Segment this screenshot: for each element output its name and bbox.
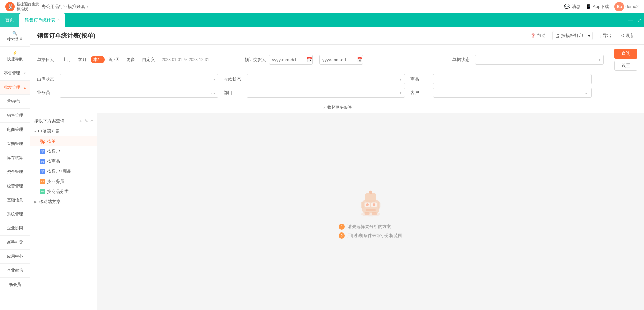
message-action[interactable]: 💬 消息: [564, 4, 580, 10]
sidebar-item-basic[interactable]: 基础信息: [0, 193, 30, 207]
sidebar-item-search[interactable]: 🔍 搜索菜单: [0, 27, 30, 47]
settings-button[interactable]: 设置: [614, 61, 637, 71]
sidebar-item-finance[interactable]: 资金管理: [0, 165, 30, 179]
goods-select-dots: ···: [585, 76, 589, 82]
empty-hint-2: 2 用[过滤]条件来缩小分析范围: [339, 232, 402, 239]
workspace-selector[interactable]: 办公用品行业模拟账套 ▾: [42, 4, 89, 10]
sidebar-item-ecommerce[interactable]: 电商管理: [0, 123, 30, 137]
date-shortcut-last-month[interactable]: 上月: [60, 56, 74, 63]
sidebar-item-marketing[interactable]: 营销推广: [0, 95, 30, 109]
print-icon: 🖨: [555, 33, 560, 38]
sidebar-item-inventory[interactable]: 库存核算: [0, 151, 30, 165]
filter-panel: 单据日期 上月 本月 本年 近7天 更多 自定义 2023-01-01 至 20…: [30, 45, 644, 102]
scheme-item-by-cust-goods[interactable]: 客 按客户+商品: [30, 166, 97, 176]
date-shortcut-this-year[interactable]: 本年: [91, 56, 105, 63]
scheme-collapse-icon[interactable]: «: [90, 118, 93, 124]
sidebar-item-quick-nav[interactable]: ⚡ 快捷导航: [0, 47, 30, 66]
customer-select[interactable]: ···: [433, 88, 592, 98]
scheme-item-by-salesperson[interactable]: 业 按业务员: [30, 176, 97, 187]
scheme-header: 按以下方案查询 + ✎ «: [30, 116, 97, 126]
logo-area: 🐰 畅捷通好生意 标准版: [5, 2, 39, 11]
sidebar-item-wechat[interactable]: 企业微信: [0, 264, 30, 278]
sidebar-item-guide[interactable]: 新手引导: [0, 236, 30, 250]
department-select[interactable]: ▾: [247, 88, 405, 98]
status-select[interactable]: ▾: [475, 55, 604, 65]
scheme-add-icon[interactable]: +: [79, 118, 82, 124]
query-button[interactable]: 查询: [614, 49, 637, 59]
refresh-button[interactable]: ↺ 刷新: [618, 31, 637, 40]
expected-date-group: 预计交货期 📅 — 📅: [245, 55, 447, 65]
scheme-category-pc-header[interactable]: ▾ 电脑端方案: [30, 126, 97, 136]
scheme-sidebar: 按以下方案查询 + ✎ « ▾ 电脑端方案 按 按单: [30, 113, 97, 310]
logo-icon: 🐰: [5, 2, 15, 11]
scheme-item-by-order[interactable]: 按 按单: [30, 136, 97, 146]
export-button[interactable]: ↓ 导出: [597, 31, 614, 40]
page-header-actions: ❓ 帮助 🖨 按模板打印 ▾ ↓ 导出 ↺ 刷新: [528, 31, 638, 40]
date-shortcuts: 上月 本月 本年 近7天 更多 自定义: [60, 56, 158, 63]
sidebar-item-apps[interactable]: 应用中心: [0, 250, 30, 264]
date-shortcut-custom[interactable]: 自定义: [139, 56, 158, 63]
scheme-item-by-cust-goods-icon: 客: [40, 169, 45, 174]
date-filter-label: 单据日期: [37, 57, 57, 63]
expected-date-start[interactable]: [269, 55, 313, 65]
collapse-bar[interactable]: ∧ 收起更多条件: [30, 102, 644, 113]
scheme-item-by-category[interactable]: 分 按商品分类: [30, 187, 97, 197]
date-shortcut-last7[interactable]: 近7天: [106, 56, 122, 63]
sidebar-item-member[interactable]: 畅会员: [0, 278, 30, 292]
sidebar-item-enterprise[interactable]: 企业协同: [0, 221, 30, 236]
hint-num-1: 1: [339, 224, 345, 230]
scheme-item-by-customer[interactable]: 客 按客户: [30, 146, 97, 156]
date-shortcut-more[interactable]: 更多: [124, 56, 138, 63]
print-dropdown-arrow[interactable]: ▾: [586, 32, 593, 40]
tab-close-icon[interactable]: ×: [57, 18, 60, 22]
date-range-text: 2023-01-01 至 2023-12-31: [162, 57, 209, 63]
date-end-icon[interactable]: 📅: [357, 57, 363, 62]
sidebar-item-operation[interactable]: 经营管理: [0, 179, 30, 193]
scheme-item-by-goods[interactable]: 商 按商品: [30, 156, 97, 166]
mobile-category-arrow: ▶: [34, 200, 37, 204]
sidebar-item-retail[interactable]: 零售管理 ▾: [0, 66, 30, 81]
goods-select[interactable]: ···: [433, 74, 592, 84]
sidebar-item-wholesale[interactable]: 批发管理 ▴: [0, 81, 30, 95]
sidebar-item-purchase[interactable]: 采购管理: [0, 137, 30, 151]
date-shortcut-this-month[interactable]: 本月: [75, 56, 89, 63]
scheme-item-by-customer-icon: 客: [40, 149, 45, 154]
expected-date-inputs: 📅 — 📅: [269, 55, 447, 65]
customer-select-dots: ···: [585, 90, 589, 96]
salesperson-select[interactable]: ···: [60, 88, 218, 98]
status-filter-label: 单据状态: [452, 57, 472, 63]
salesperson-select-dots: ···: [211, 90, 215, 96]
sidebar-item-system[interactable]: 系统管理: [0, 207, 30, 221]
avatar: Ea: [614, 2, 624, 11]
expected-date-label: 预计交货期: [245, 57, 266, 63]
shipping-select-arrow: ▾: [213, 77, 215, 82]
app-download-action[interactable]: 📱 App下载: [586, 4, 609, 10]
svg-rect-10: [378, 202, 380, 209]
print-btn-group: 🖨 按模板打印 ▾: [552, 31, 593, 40]
svg-rect-7: [365, 193, 376, 202]
tab-sales-stats[interactable]: 销售订单统计表 ×: [19, 13, 65, 27]
nav-tab-actions: — ⤢: [628, 17, 644, 23]
date-start-icon[interactable]: 📅: [307, 57, 312, 62]
shipping-status-select[interactable]: ▾: [60, 74, 218, 84]
payment-status-select[interactable]: ▾: [247, 74, 405, 84]
collapse-arrow-icon: ∧: [323, 105, 326, 110]
scheme-category-mobile-header[interactable]: ▶ 移动端方案: [30, 197, 97, 207]
app-icon: 📱: [586, 4, 591, 9]
expected-date-end[interactable]: [319, 55, 363, 65]
svg-rect-11: [365, 212, 370, 215]
help-button[interactable]: ❓ 帮助: [528, 31, 548, 40]
dept-select-arrow: ▾: [400, 91, 402, 95]
svg-point-8: [369, 191, 372, 194]
scheme-header-actions: + ✎ «: [79, 118, 93, 124]
print-button[interactable]: 🖨 按模板打印: [552, 31, 586, 40]
maximize-icon[interactable]: ⤢: [637, 17, 641, 23]
empty-state: 1 请先选择要分析的方案 2 用[过滤]条件来缩小分析范围: [339, 185, 402, 239]
user-area[interactable]: Ea demo2: [614, 2, 639, 11]
body-area: 按以下方案查询 + ✎ « ▾ 电脑端方案 按 按单: [30, 113, 644, 310]
tab-home[interactable]: 首页: [0, 13, 19, 27]
scheme-edit-icon[interactable]: ✎: [84, 118, 88, 124]
top-bar-right: 💬 消息 📱 App下载 Ea demo2: [564, 2, 639, 11]
sidebar-item-sales[interactable]: 销售管理: [0, 109, 30, 123]
minimize-icon[interactable]: —: [628, 17, 633, 23]
